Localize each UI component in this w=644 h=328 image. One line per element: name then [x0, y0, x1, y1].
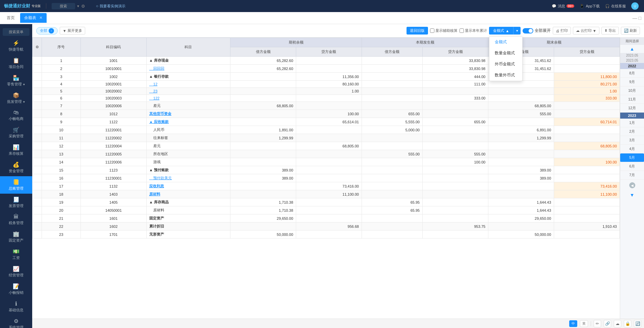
toolbar-left: 全部 › ▼ 展开更多: [36, 27, 404, 35]
row-subject[interactable]: 其他货币资金: [146, 110, 230, 118]
lang-cn-btn[interactable]: 中: [569, 320, 577, 327]
sidebar-item-ecommerce[interactable]: 🛍 小畅电商: [0, 107, 32, 124]
dropdown-item-qty-foreign[interactable]: 数量外币式: [489, 70, 522, 81]
link-icon-btn[interactable]: 🔗: [604, 320, 611, 327]
export-btn[interactable]: ⬆ 导出: [601, 27, 619, 35]
table-row: 1311220005 所在地区555.00555.00: [33, 150, 620, 158]
rp-down-btn[interactable]: ▼: [630, 192, 635, 198]
row-subject[interactable]: 原材料: [146, 190, 230, 198]
rp-month-8[interactable]: 8月: [620, 69, 644, 78]
sidebar-item-tax[interactable]: 🏛 税务管理: [0, 211, 32, 228]
row-subject[interactable]: ▲ 应收账款: [146, 118, 230, 126]
print-btn[interactable]: 🖨 打印: [553, 27, 571, 35]
rp-month-7[interactable]: 7月: [620, 171, 644, 180]
show-auxiliary-label[interactable]: 显示辅助核算: [430, 28, 458, 33]
row-subject[interactable]: 预付款美元: [146, 174, 230, 182]
sidebar-item-expense[interactable]: 📝 小畅报销: [0, 280, 32, 298]
row-period-debit: [362, 73, 422, 81]
row-opening-debit: [230, 142, 296, 150]
rp-month-11[interactable]: 11月: [620, 95, 644, 104]
cloud-icon-btn[interactable]: ☁: [614, 320, 621, 327]
rp-month-4[interactable]: 4月: [620, 145, 644, 153]
dropdown-item-foreign-amount[interactable]: 外币金额式: [489, 59, 522, 70]
dropdown-item-qty-amount[interactable]: 数量金额式: [489, 48, 522, 59]
row-subject[interactable]: 应收利息: [146, 182, 230, 190]
show-ytd-checkbox[interactable]: [460, 28, 464, 33]
user-area[interactable]: U: [631, 2, 640, 10]
sidebar-item-ledger[interactable]: 📒 总账管理: [0, 176, 32, 194]
row-no: 23: [42, 231, 81, 239]
sidebar-item-operations[interactable]: 📈 经营管理: [0, 263, 32, 280]
rp-month-10[interactable]: 10月: [620, 86, 644, 95]
row-subject[interactable]: 回回回: [146, 65, 230, 73]
rp-month-9[interactable]: 9月: [620, 78, 644, 86]
row-period-credit: [423, 102, 488, 110]
sidebar-item-retail[interactable]: 🏪 零售管理 ▼: [0, 72, 32, 89]
search-menu-btn[interactable]: 搜索菜单: [3, 28, 30, 36]
rp-month-12[interactable]: 12月: [620, 104, 644, 113]
lang-en-btn[interactable]: 英: [580, 320, 588, 327]
row-opening-credit: 11,100.00: [296, 190, 362, 198]
tab-home[interactable]: 首页: [3, 13, 19, 23]
sidebar-item-base[interactable]: ℹ 基础信息: [0, 298, 32, 315]
tab-balance[interactable]: 余额表 ✕: [20, 13, 47, 23]
edit-icon-btn[interactable]: ✏: [594, 320, 601, 327]
dropdown-item-amount[interactable]: 金额式: [489, 37, 522, 48]
rp-up-btn[interactable]: ▲: [630, 46, 635, 52]
cloud-print-btn[interactable]: ☁ 云打印 ▼: [573, 27, 599, 35]
sidebar-invoice-label: 发票管理: [9, 204, 23, 208]
sidebar-item-inventory[interactable]: 📊 库存核算: [0, 141, 32, 159]
refresh-btn[interactable]: 🔄 刷新: [621, 27, 640, 35]
row-subject[interactable]: 23: [146, 88, 230, 95]
sidebar-item-capital[interactable]: 💰 资金管理: [0, 159, 32, 176]
sidebar-item-invoice[interactable]: 🧾 发票管理: [0, 194, 32, 211]
export-icon: ⬆: [604, 28, 607, 33]
sidebar-item-assets[interactable]: 🏢 固定资产: [0, 228, 32, 246]
sidebar-item-purchase[interactable]: 🛒 采购管理: [0, 124, 32, 141]
mode-dropdown-btn[interactable]: ▼: [513, 27, 521, 35]
row-code: 1405: [80, 198, 146, 206]
app-download-btn[interactable]: 📱 App下载: [580, 4, 600, 9]
row-subject: 差元: [146, 142, 230, 150]
search-box[interactable]: 搜索 ▼ ⚙: [52, 3, 85, 9]
row-opening-debit: 1,299.99: [230, 134, 296, 142]
sidebar-item-payroll[interactable]: 💵 工资: [0, 246, 32, 263]
message-btn[interactable]: 💬 消息 99+: [552, 4, 574, 9]
message-label: 消息: [558, 4, 565, 9]
row-no: 5: [42, 88, 81, 95]
table-row: 1111220002 往来标签1,299.991,299.99: [33, 134, 620, 142]
toggle-control[interactable]: [523, 28, 533, 34]
close-icon[interactable]: ✕: [39, 15, 43, 20]
sync-icon-btn[interactable]: 🔄: [634, 320, 641, 327]
table-row: 91122▲ 应收账款65,614.015,555.00655.0060,714…: [33, 118, 620, 126]
show-auxiliary-checkbox[interactable]: [430, 28, 434, 33]
refresh-label: 刷新: [630, 28, 637, 33]
sidebar-item-contract[interactable]: 📋 项目合同: [0, 55, 32, 72]
sidebar-item-system[interactable]: ⚙ 系统管理: [0, 315, 32, 328]
filter-arrow-icon[interactable]: ›: [49, 28, 54, 34]
rp-month-3[interactable]: 3月: [620, 136, 644, 145]
row-subject[interactable]: 122: [146, 95, 230, 102]
row-closing-debit: 1,644.43: [488, 198, 554, 206]
rp-month-5-active[interactable]: 5月: [620, 153, 644, 162]
filter-all-tag[interactable]: 全部 ›: [36, 27, 58, 35]
online-support-btn[interactable]: 🎧 在线客服: [605, 4, 626, 9]
row-subject[interactable]: 12: [146, 81, 230, 88]
rp-month-1[interactable]: 1月: [620, 119, 644, 127]
mode-btn[interactable]: 金额式 ▲: [489, 27, 513, 35]
rp-month-2[interactable]: 2月: [620, 127, 644, 136]
demo-link[interactable]: ○ 我要看实例演示: [96, 4, 125, 9]
lock-icon-btn[interactable]: 🔒: [624, 320, 631, 327]
show-ytd-label[interactable]: 显示本年累计: [460, 28, 487, 33]
expand-more-btn[interactable]: ▼ 展开更多: [60, 27, 85, 35]
settings-col-header[interactable]: ⚙: [33, 38, 42, 57]
rp-collapse-btn[interactable]: ◀: [629, 182, 635, 188]
sidebar-item-quicknav[interactable]: ⚡ 快捷导航: [0, 37, 32, 55]
maximize-icon[interactable]: □: [639, 15, 641, 21]
rp-month-6[interactable]: 6月: [620, 162, 644, 171]
minimize-icon[interactable]: —: [633, 15, 637, 21]
expand-all-toggle[interactable]: 全部展开: [523, 28, 551, 34]
show-auxiliary-text: 显示辅助核算: [435, 28, 458, 33]
sidebar-item-wholesale[interactable]: 📦 批发管理 ▼: [0, 89, 32, 107]
return-old-version-btn[interactable]: 退回旧版: [407, 27, 428, 35]
